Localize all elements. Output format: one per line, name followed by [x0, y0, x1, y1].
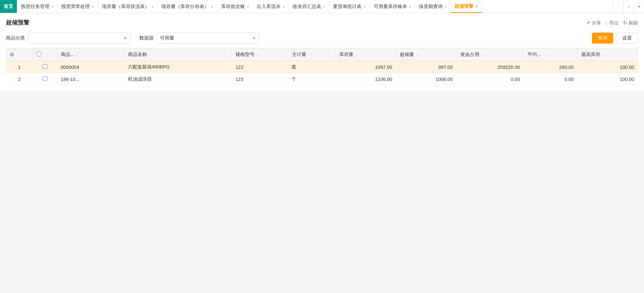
sort-unit-icon: ↕	[308, 53, 310, 57]
nav-arrow-close[interactable]: ×	[634, 0, 644, 13]
row-avg-1: 0.00	[524, 73, 578, 85]
row-capital-1: 0.00	[457, 73, 524, 85]
nav-tab-5[interactable]: 出入库流水×	[253, 0, 289, 13]
query-button[interactable]: 查询	[592, 33, 613, 44]
page-title: 超储预警	[6, 19, 29, 27]
row-stock-0: 1097.00	[336, 61, 396, 73]
nav-tab-2[interactable]: 现存量（库存状况表）×	[98, 0, 158, 13]
share-button[interactable]: ↗ 分享	[586, 20, 601, 26]
nav-tab-8[interactable]: 可用量库存账本×	[370, 0, 415, 13]
th-checkbox[interactable]	[33, 48, 57, 61]
row-seq-1: 2	[6, 73, 33, 85]
category-arrow-icon: ▼	[123, 36, 127, 40]
header-actions: ↗ 分享 ↓ 导出 ↻ 刷新	[586, 20, 638, 26]
export-icon: ↓	[605, 20, 608, 26]
tab-close-icon-3[interactable]: ×	[211, 4, 213, 9]
nav-arrow-right[interactable]: ›	[623, 0, 634, 13]
sort-max-stock-icon: ↕	[603, 53, 604, 57]
th-capital[interactable]: 资金占用 ↕	[457, 48, 524, 61]
refresh-icon: ↻	[623, 20, 627, 26]
nav-tab-3[interactable]: 现存量（库存分布表）×	[158, 0, 217, 13]
sort-overflow-icon: ↕	[416, 53, 418, 57]
tab-close-icon-8[interactable]: ×	[409, 4, 411, 9]
nav-arrow-left[interactable]: ‹	[613, 0, 623, 13]
th-gear[interactable]: ⚙	[6, 48, 33, 61]
row-spec-1: 123	[232, 73, 288, 85]
sort-product-name-icon: ↕	[149, 53, 151, 57]
tab-close-icon-5[interactable]: ×	[282, 4, 285, 9]
nav-tab-7[interactable]: 要货单统计表×	[329, 0, 370, 13]
nav-tab-9[interactable]: 保质期查询×	[415, 0, 451, 13]
filter-actions: 查询 设置	[592, 33, 638, 44]
datasource-select[interactable]: 可用量 ▼	[157, 33, 259, 44]
nav-tab-6[interactable]: 收发存汇总表×	[289, 0, 329, 13]
row-max-stock-1: 100.00	[577, 73, 638, 85]
row-product-id-0: 0000004	[57, 61, 124, 73]
row-max-stock-0: 100.00	[577, 61, 638, 73]
th-product-id[interactable]: 商品... ↕	[57, 48, 124, 61]
table-header-row: ⚙ 商品... ↕ 商品名称 ↕ 规格型号 ↕ 主计量	[6, 48, 638, 61]
tab-close-icon-10[interactable]: ×	[475, 4, 477, 8]
row-unit-0: 套	[288, 61, 335, 73]
th-product-name[interactable]: 商品名称 ↕	[124, 48, 232, 61]
nav-home[interactable]: 首页	[0, 0, 17, 13]
datasource-filter: 数据源 可用量 ▼	[139, 33, 259, 44]
row-product-id-1: 186-10...	[57, 73, 124, 85]
gear-icon[interactable]: ⚙	[10, 52, 14, 58]
th-unit[interactable]: 主计量 ↕	[288, 48, 335, 61]
sort-capital-icon: ↕	[482, 53, 483, 57]
filter-bar: 商品分类 ▼ 数据源 可用量 ▼ 查询 设置	[6, 33, 638, 44]
sort-avg-icon: ↕	[543, 53, 545, 57]
share-icon: ↗	[586, 20, 590, 26]
tab-close-icon-1[interactable]: ×	[92, 4, 94, 9]
category-select[interactable]: ▼	[28, 33, 131, 44]
row-stock-1: 1106.00	[336, 73, 396, 85]
category-label: 商品分类	[6, 35, 25, 41]
datasource-value: 可用量	[160, 35, 174, 41]
category-filter: 商品分类 ▼	[6, 33, 131, 44]
tab-close-icon-4[interactable]: ×	[247, 4, 249, 9]
data-table: ⚙ 商品... ↕ 商品名称 ↕ 规格型号 ↕ 主计量	[6, 48, 638, 85]
row-product-name-0: 六配套新昌490BPG	[124, 61, 232, 73]
row-overflow-1: 1006.00	[396, 73, 457, 85]
row-select-0[interactable]	[43, 64, 47, 69]
th-max-stock[interactable]: 最高库存 ↕	[577, 48, 638, 61]
refresh-button[interactable]: ↻ 刷新	[623, 20, 638, 26]
page-content: 超储预警 ↗ 分享 ↓ 导出 ↻ 刷新 商品分类 ▼ 数据源	[0, 13, 644, 91]
row-overflow-0: 997.00	[396, 61, 457, 73]
row-select-1[interactable]	[43, 76, 47, 81]
row-spec-0: 123	[232, 61, 288, 73]
table-row: 1 0000004 六配套新昌490BPG 123 套 1097.00 997.…	[6, 61, 638, 73]
tab-close-icon-9[interactable]: ×	[444, 4, 447, 9]
sort-spec-icon: ↕	[257, 53, 259, 57]
th-avg[interactable]: 平均... ↕	[524, 48, 578, 61]
nav-tab-4[interactable]: 库存批次账×	[217, 0, 253, 13]
th-overflow[interactable]: 超储量 ↕	[396, 48, 457, 61]
row-capital-0: 259220.00	[457, 61, 524, 73]
nav-arrows: ‹ › ×	[613, 0, 644, 13]
export-button[interactable]: ↓ 导出	[605, 20, 619, 26]
th-stock[interactable]: 库存量 ↕	[336, 48, 396, 61]
tab-close-icon-0[interactable]: ×	[51, 4, 54, 9]
nav-tab-0[interactable]: 拣货任务管理×	[17, 0, 58, 13]
row-checkbox-1[interactable]	[33, 73, 57, 85]
nav-bar: 首页 拣货任务管理×拣货异常处理×现存量（库存状况表）×现存量（库存分布表）×库…	[0, 0, 644, 13]
tab-close-icon-2[interactable]: ×	[151, 4, 154, 9]
th-spec[interactable]: 规格型号 ↕	[232, 48, 288, 61]
sort-stock-icon: ↕	[356, 53, 358, 57]
setting-button[interactable]: 设置	[616, 33, 638, 44]
select-all-checkbox[interactable]	[37, 52, 41, 56]
datasource-arrow-icon: ▼	[252, 36, 256, 40]
row-unit-1: 个	[288, 73, 335, 85]
sort-product-id-icon: ↕	[76, 53, 78, 57]
nav-tab-1[interactable]: 拣货异常处理×	[58, 0, 98, 13]
tab-close-icon-6[interactable]: ×	[323, 4, 325, 9]
page-header: 超储预警 ↗ 分享 ↓ 导出 ↻ 刷新	[6, 19, 638, 27]
row-seq-0: 1	[6, 61, 33, 73]
nav-tab-10[interactable]: 超储预警×	[451, 0, 482, 13]
row-product-name-1: 机油滤清器	[124, 73, 232, 85]
table-row: 2 186-10... 机油滤清器 123 个 1106.00 1006.00 …	[6, 73, 638, 85]
tab-close-icon-7[interactable]: ×	[363, 4, 366, 9]
datasource-label: 数据源	[139, 35, 154, 41]
row-checkbox-0[interactable]	[33, 61, 57, 73]
